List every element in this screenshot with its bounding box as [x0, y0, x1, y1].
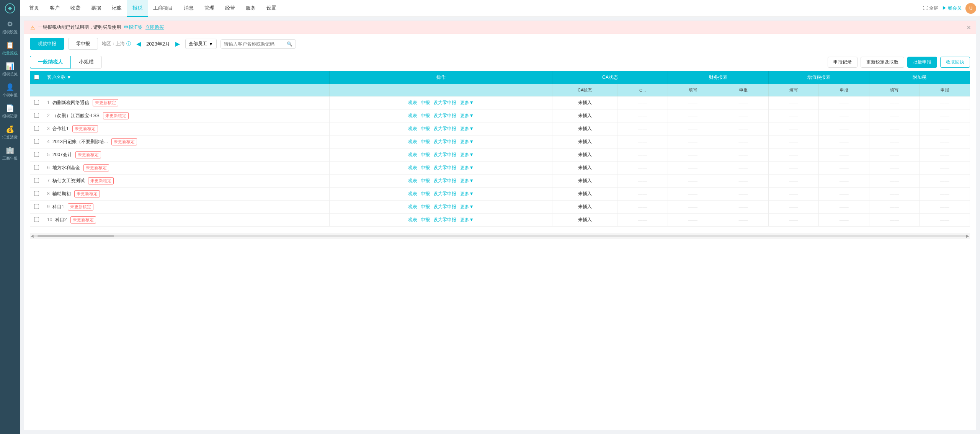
member-btn[interactable]: ▶ 畅会员: [942, 5, 962, 11]
action-zero-declare-3[interactable]: 设为零申报: [433, 139, 456, 144]
action-declare-0[interactable]: 申报: [421, 100, 430, 105]
action-declare-3[interactable]: 申报: [421, 139, 430, 144]
action-zero-declare-0[interactable]: 设为零申报: [433, 100, 456, 105]
action-zero-declare-6[interactable]: 设为零申报: [433, 178, 456, 183]
horizontal-scrollbar[interactable]: ◀ ▶: [30, 233, 970, 239]
tab-general-taxpayer[interactable]: 一般纳税人: [30, 56, 71, 69]
nav-service[interactable]: 服务: [240, 0, 261, 17]
top-nav-right: ⛶ 全屏 ▶ 畅会员 U: [923, 3, 976, 14]
action-tax-table-0[interactable]: 税表: [408, 100, 417, 105]
action-tax-table-7[interactable]: 税表: [408, 191, 417, 196]
action-more-0[interactable]: 更多▼: [460, 100, 474, 105]
sidebar-item-personal-tax[interactable]: 👤 个税申报: [0, 80, 20, 101]
action-tax-table-4[interactable]: 税表: [408, 152, 417, 157]
declare-records-btn[interactable]: 申报记录: [828, 57, 858, 68]
action-zero-declare-2[interactable]: 设为零申报: [433, 126, 456, 131]
row-select-8[interactable]: [34, 204, 39, 209]
sidebar-item-annual-report[interactable]: 🏢 工商年报: [0, 143, 20, 164]
action-tax-table-6[interactable]: 税表: [408, 178, 417, 183]
action-zero-declare-4[interactable]: 设为零申报: [433, 152, 456, 157]
scroll-thumb[interactable]: [38, 235, 114, 237]
action-declare-7[interactable]: 申报: [421, 191, 430, 196]
nav-operation[interactable]: 经营: [220, 0, 240, 17]
nav-billing[interactable]: 收费: [65, 0, 86, 17]
collect-receipt-btn[interactable]: 收取回执: [940, 57, 970, 68]
sidebar-item-settlement[interactable]: 💰 汇算清缴: [0, 122, 20, 143]
action-tax-table-1[interactable]: 税表: [408, 113, 417, 118]
avatar[interactable]: U: [965, 3, 976, 14]
notice-link-buy[interactable]: 立即购买: [145, 24, 164, 31]
nav-client[interactable]: 客户: [44, 0, 65, 17]
search-input[interactable]: [224, 41, 285, 47]
action-zero-declare-8[interactable]: 设为零申报: [433, 204, 456, 209]
tab-zero-declare[interactable]: 零申报: [68, 38, 98, 50]
nav-bookkeeping[interactable]: 记账: [106, 0, 127, 17]
scroll-left-btn[interactable]: ◀: [31, 234, 34, 238]
action-more-7[interactable]: 更多▼: [460, 191, 474, 196]
action-tax-table-2[interactable]: 税表: [408, 126, 417, 131]
action-zero-declare-7[interactable]: 设为零申报: [433, 191, 456, 196]
action-declare-6[interactable]: 申报: [421, 178, 430, 183]
sidebar-item-batch-tax[interactable]: 📋 批量报税: [0, 38, 20, 59]
row-select-6[interactable]: [34, 178, 39, 183]
records-icon: 📄: [6, 104, 14, 113]
tab-tax-declare[interactable]: 税款申报: [30, 38, 64, 50]
action-more-6[interactable]: 更多▼: [460, 178, 474, 183]
action-declare-8[interactable]: 申报: [421, 204, 430, 209]
notice-close-btn[interactable]: ✕: [967, 24, 971, 31]
search-icon[interactable]: 🔍: [287, 41, 292, 47]
nav-manage[interactable]: 管理: [199, 0, 220, 17]
sidebar-item-tax-overview[interactable]: 📊 报税总览: [0, 59, 20, 80]
action-tax-table-8[interactable]: 税表: [408, 204, 417, 209]
row-select-7[interactable]: [34, 191, 39, 196]
row-actions-7: 税表 申报 设为零申报 更多▼: [330, 188, 552, 201]
sidebar-item-tax-records[interactable]: 📄 报税记录: [0, 101, 20, 122]
nav-invoice[interactable]: 票据: [86, 0, 106, 17]
action-more-3[interactable]: 更多▼: [460, 139, 474, 144]
action-tax-table-3[interactable]: 税表: [408, 139, 417, 144]
nav-home[interactable]: 首页: [24, 0, 44, 17]
action-declare-4[interactable]: 申报: [421, 152, 430, 157]
sidebar-item-tax-settings[interactable]: ⚙ 报税设置: [0, 17, 20, 38]
action-more-1[interactable]: 更多▼: [460, 113, 474, 118]
tab-small-scale[interactable]: 小规模: [71, 56, 102, 69]
scroll-right-btn[interactable]: ▶: [966, 234, 969, 238]
action-declare-5[interactable]: 申报: [421, 165, 430, 170]
app-logo[interactable]: [0, 0, 20, 17]
action-zero-declare-5[interactable]: 设为零申报: [433, 165, 456, 170]
action-more-8[interactable]: 更多▼: [460, 204, 474, 209]
row-select-1[interactable]: [34, 113, 39, 118]
action-declare-1[interactable]: 申报: [421, 113, 430, 118]
date-prev-btn[interactable]: ◀: [135, 40, 142, 47]
action-zero-declare-9[interactable]: 设为零申报: [433, 217, 456, 222]
region-info-icon[interactable]: ⓘ: [126, 41, 131, 47]
action-tax-table-5[interactable]: 税表: [408, 165, 417, 170]
nav-business[interactable]: 工商项目: [148, 0, 178, 17]
row-select-5[interactable]: [34, 165, 39, 170]
row-select-3[interactable]: [34, 139, 39, 144]
update-tax-btn[interactable]: 更新税定及取数: [861, 57, 904, 68]
date-next-btn[interactable]: ▶: [174, 40, 181, 47]
action-more-9[interactable]: 更多▼: [460, 217, 474, 222]
dept-select[interactable]: 全部员工 ▼: [185, 39, 217, 49]
action-more-4[interactable]: 更多▼: [460, 152, 474, 157]
row-ca-sub-5: ——: [617, 162, 668, 175]
select-all-checkbox[interactable]: [34, 75, 39, 80]
row-select-9[interactable]: [34, 217, 39, 222]
notice-link-declare[interactable]: 申报汇签: [124, 24, 142, 31]
scroll-track[interactable]: [34, 235, 966, 237]
action-more-2[interactable]: 更多▼: [460, 126, 474, 131]
row-select-2[interactable]: [34, 126, 39, 131]
nav-message[interactable]: 消息: [178, 0, 199, 17]
action-more-5[interactable]: 更多▼: [460, 165, 474, 170]
row-select-4[interactable]: [34, 152, 39, 157]
batch-declare-btn[interactable]: 批量申报: [907, 57, 937, 68]
row-select-0[interactable]: [34, 100, 39, 105]
action-zero-declare-1[interactable]: 设为零申报: [433, 113, 456, 118]
nav-tax[interactable]: 报税: [127, 0, 148, 17]
fullscreen-btn[interactable]: ⛶ 全屏: [923, 5, 938, 11]
nav-settings[interactable]: 设置: [261, 0, 282, 17]
action-tax-table-9[interactable]: 税表: [408, 217, 417, 222]
action-declare-9[interactable]: 申报: [421, 217, 430, 222]
action-declare-2[interactable]: 申报: [421, 126, 430, 131]
